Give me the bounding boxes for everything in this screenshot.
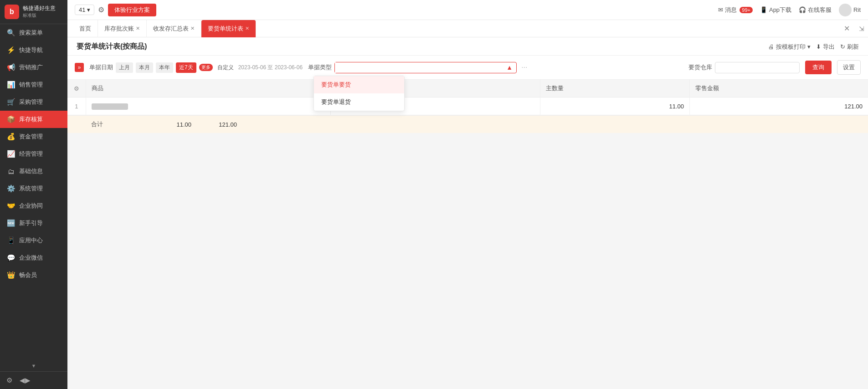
search-icon: 🔍 [6,29,15,37]
date-btn-this-year[interactable]: 本年 [156,62,173,73]
export-btn[interactable]: ⬇ 导出 [816,43,835,51]
sidebar-nav: 🔍 搜索菜单 ⚡ 快捷导航 📢 营销推广 📊 销售管理 🛒 采购管理 📦 库存核… [0,24,67,360]
sidebar-item-app-center[interactable]: 📱 应用中心 [0,232,67,249]
notification-badge: 99+ [740,7,753,13]
cell-amount: 121.00 [689,97,868,115]
finance-icon: 💰 [6,133,15,141]
sidebar-item-guide[interactable]: 🆕 新手引导 [0,215,67,232]
notification-btn[interactable]: ✉ 消息 99+ [718,6,753,14]
content-area: 要货单统计表(按商品) 🖨 按模板打印 ▾ ⬇ 导出 ↻ 刷新 » [67,37,868,389]
operations-icon: 📈 [6,150,15,158]
sidebar-item-enterprise[interactable]: 🤝 企业协同 [0,197,67,215]
product-name-blurred [92,103,128,110]
member-icon: 👑 [6,271,15,279]
template-print-btn[interactable]: 🖨 按模板打印 ▾ [768,43,811,51]
sales-icon: 📊 [6,81,15,89]
app-center-icon: 📱 [6,236,15,245]
footer-amount: 121.00 [191,121,237,128]
date-filter-label: 单据日期 [89,63,113,72]
sidebar-settings-icon[interactable]: ⚙ [6,376,12,384]
sidebar-item-inventory[interactable]: 📦 库存核算 [0,111,67,128]
date-custom-btn[interactable]: 自定义 [216,63,236,72]
export-icon: ⬇ [816,43,821,50]
sidebar-item-marketing[interactable]: 📢 营销推广 [0,59,67,76]
refresh-icon: ↻ [840,43,845,50]
app-version: 标准版 [23,12,56,19]
tab-receive-close[interactable]: ✕ [190,26,195,31]
sidebar-item-sales[interactable]: 📊 销售管理 [0,76,67,93]
sidebar-label-sales: 销售管理 [19,81,43,89]
sidebar-label-search: 搜索菜单 [19,29,43,37]
tabs-expand-icon[interactable]: ⇲ [855,25,868,32]
date-range-text: 2023-05-06 至 2023-06-06 [238,64,303,72]
tab-order-stat-close[interactable]: ✕ [245,26,249,31]
sidebar-item-purchase[interactable]: 🛒 采购管理 [0,93,67,111]
tab-receive-label: 收发存汇总表 [153,25,189,33]
settings-button[interactable]: 设置 [837,60,861,75]
sidebar-label-inventory: 库存核算 [19,115,43,123]
sidebar-item-basic-info[interactable]: 🗂 基础信息 [0,163,67,180]
quick-nav-icon: ⚡ [6,46,15,54]
basic-info-icon: 🗂 [6,168,15,175]
sidebar-item-search[interactable]: 🔍 搜索菜单 [0,24,67,41]
th-settings[interactable]: ⚙ [67,80,86,97]
sidebar-item-operations[interactable]: 📈 经营管理 [0,145,67,163]
tab-home[interactable]: 首页 [73,20,98,37]
sidebar-item-wechat[interactable]: 💬 企业微信 [0,249,67,266]
sidebar-label-finance: 资金管理 [19,133,43,141]
type-filter-dots[interactable]: ··· [519,63,529,72]
page-title: 要货单统计表(按商品) [77,42,147,51]
online-service-btn[interactable]: 🎧 在线客服 [799,6,832,14]
tab-batch[interactable]: 库存批次账 ✕ [98,20,147,37]
date-more-badge[interactable]: 更多 [199,64,213,71]
sidebar-scroll-down[interactable]: ▼ [0,360,67,371]
tab-receive[interactable]: 收发存汇总表 ✕ [147,20,201,37]
type-select-input[interactable] [335,62,503,73]
online-service-icon: 🎧 [799,6,806,13]
table-row: 1 块 11.00 121.00 [67,97,868,115]
topbar-right: ✉ 消息 99+ 📱 App下载 🎧 在线客服 Rit [718,4,861,16]
sidebar-footer: ⚙ ◀▶ [0,371,67,389]
refresh-btn[interactable]: ↻ 刷新 [840,43,859,51]
th-product: 商品 [86,80,330,97]
notification-icon: ✉ [718,6,723,13]
promo-button[interactable]: 体验行业方案 [108,4,156,16]
page-actions: 🖨 按模板打印 ▾ ⬇ 导出 ↻ 刷新 [768,43,859,51]
marketing-icon: 📢 [6,63,15,72]
tab-batch-close[interactable]: ✕ [136,26,140,31]
sidebar-label-member: 畅会员 [19,271,37,279]
type-filter-group: 单据类型 ▲ ··· [308,62,683,73]
filter-bar: » 单据日期 上月 本月 本年 近7天 更多 自定义 2023-05-06 至 … [67,56,868,80]
cell-seq: 1 [67,97,86,115]
sidebar-item-system[interactable]: ⚙️ 系统管理 [0,180,67,197]
sidebar-item-member[interactable]: 👑 畅会员 [0,266,67,284]
inventory-icon: 📦 [6,115,15,123]
app-name: 畅捷通好生意 [23,5,56,12]
notification-label: 消息 [725,6,737,14]
tab-batch-label: 库存批次账 [104,25,134,33]
type-select-arrow[interactable]: ▲ [503,64,516,71]
tab-order-stat[interactable]: 要货单统计表 ✕ [201,20,256,37]
purchase-icon: 🛒 [6,98,15,106]
tabs-close-all[interactable]: ✕ [838,24,855,33]
app-download-btn[interactable]: 📱 App下载 [760,6,791,14]
dropdown-item-yh-return[interactable]: 要货单退货 [314,93,404,111]
table-wrap: ⚙ 商品 主计量单位 主数量 零售金额 [67,80,868,115]
date-filter-group: 单据日期 上月 本月 本年 近7天 更多 自定义 2023-05-06 至 20… [89,62,303,73]
topbar-gear-icon[interactable]: ⚙ [98,5,104,14]
sidebar-item-quick-nav[interactable]: ⚡ 快捷导航 [0,41,67,59]
table-footer: 合计 11.00 121.00 [67,115,868,133]
query-button[interactable]: 查询 [805,61,832,74]
store-selector[interactable]: 41 ▾ [75,5,94,15]
sidebar-collapse-icon[interactable]: ◀▶ [20,376,31,384]
warehouse-input[interactable] [715,62,800,73]
date-btn-this-month[interactable]: 本月 [136,62,153,73]
date-btn-last-month[interactable]: 上月 [116,62,133,73]
user-profile[interactable]: Rit [839,4,861,16]
warehouse-filter-group: 要货仓库 [688,62,800,73]
filter-expand-btn[interactable]: » [75,63,84,72]
table-settings-icon[interactable]: ⚙ [74,85,79,92]
sidebar-item-finance[interactable]: 💰 资金管理 [0,128,67,145]
dropdown-item-yh-order[interactable]: 要货单要货 [314,76,404,93]
date-btn-7days[interactable]: 近7天 [176,62,196,73]
